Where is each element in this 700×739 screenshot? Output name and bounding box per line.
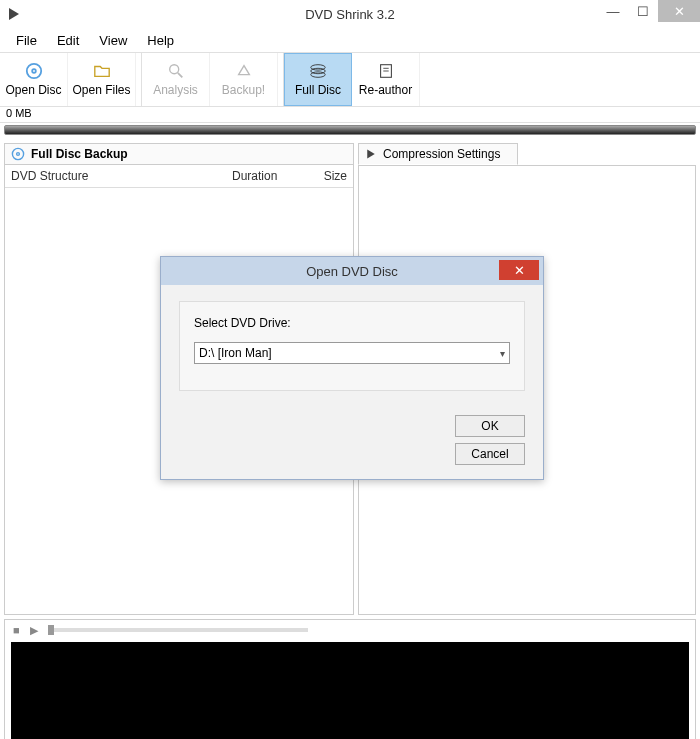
preview-panel: ■ ▶ bbox=[4, 619, 696, 739]
size-label: 0 MB bbox=[6, 107, 32, 119]
svg-point-1 bbox=[32, 69, 36, 73]
close-button[interactable]: ✕ bbox=[658, 0, 700, 22]
open-dvd-dialog: Open DVD Disc ✕ Select DVD Drive: D:\ [I… bbox=[160, 256, 544, 480]
drive-select-value: D:\ [Iron Man] bbox=[199, 346, 272, 360]
drive-select[interactable]: D:\ [Iron Man] ▾ bbox=[194, 342, 510, 364]
size-bar: 0 MB bbox=[0, 107, 700, 123]
full-disc-backup-label: Full Disc Backup bbox=[31, 147, 128, 161]
compress-icon bbox=[365, 148, 377, 160]
col-structure[interactable]: DVD Structure bbox=[11, 169, 232, 183]
menu-help[interactable]: Help bbox=[137, 31, 184, 50]
reauthor-label: Re-author bbox=[359, 83, 412, 97]
ok-button[interactable]: OK bbox=[455, 415, 525, 437]
compression-tab-label: Compression Settings bbox=[383, 147, 500, 161]
preview-controls: ■ ▶ bbox=[5, 620, 695, 640]
playback-slider[interactable] bbox=[48, 628, 308, 632]
minimize-button[interactable]: — bbox=[598, 0, 628, 22]
analysis-button[interactable]: Analysis bbox=[142, 53, 210, 106]
left-panel-header: Full Disc Backup bbox=[4, 143, 354, 165]
disc-icon bbox=[25, 62, 43, 80]
toolbar: Open Disc Open Files Analysis Backup! Fu… bbox=[0, 52, 700, 107]
cancel-button[interactable]: Cancel bbox=[455, 443, 525, 465]
reauthor-icon bbox=[377, 62, 395, 80]
dialog-body: Select DVD Drive: D:\ [Iron Man] ▾ bbox=[161, 285, 543, 407]
backup-label: Backup! bbox=[222, 83, 265, 97]
menu-file[interactable]: File bbox=[6, 31, 47, 50]
svg-line-3 bbox=[177, 73, 182, 78]
menu-view[interactable]: View bbox=[89, 31, 137, 50]
dialog-close-button[interactable]: ✕ bbox=[499, 260, 539, 280]
svg-point-2 bbox=[169, 65, 178, 74]
svg-point-10 bbox=[12, 148, 23, 159]
dialog-buttons: OK Cancel bbox=[161, 407, 543, 479]
svg-point-6 bbox=[311, 72, 325, 77]
window-controls: — ☐ ✕ bbox=[598, 0, 700, 22]
magnifier-icon bbox=[167, 62, 185, 80]
analysis-label: Analysis bbox=[153, 83, 198, 97]
titlebar: DVD Shrink 3.2 — ☐ ✕ bbox=[0, 0, 700, 28]
svg-point-0 bbox=[26, 64, 40, 78]
open-disc-label: Open Disc bbox=[5, 83, 61, 97]
app-icon bbox=[6, 6, 22, 22]
stop-button[interactable]: ■ bbox=[13, 624, 20, 636]
folder-open-icon bbox=[93, 62, 111, 80]
chevron-down-icon: ▾ bbox=[500, 348, 505, 359]
col-size[interactable]: Size bbox=[302, 169, 347, 183]
dialog-title-text: Open DVD Disc bbox=[306, 264, 398, 279]
full-disc-button[interactable]: Full Disc bbox=[284, 53, 352, 106]
backup-icon bbox=[235, 62, 253, 80]
menu-edit[interactable]: Edit bbox=[47, 31, 89, 50]
window-title: DVD Shrink 3.2 bbox=[0, 7, 700, 22]
backup-button[interactable]: Backup! bbox=[210, 53, 278, 106]
compression-tab[interactable]: Compression Settings bbox=[358, 143, 518, 165]
discs-icon bbox=[309, 62, 327, 80]
drive-select-label: Select DVD Drive: bbox=[194, 316, 510, 330]
open-disc-button[interactable]: Open Disc bbox=[0, 53, 68, 106]
menubar: File Edit View Help bbox=[0, 28, 700, 52]
dialog-titlebar[interactable]: Open DVD Disc ✕ bbox=[161, 257, 543, 285]
size-meter bbox=[4, 125, 696, 135]
drive-select-group: Select DVD Drive: D:\ [Iron Man] ▾ bbox=[179, 301, 525, 391]
open-files-label: Open Files bbox=[72, 83, 130, 97]
svg-point-11 bbox=[17, 153, 20, 156]
full-disc-button-label: Full Disc bbox=[295, 83, 341, 97]
play-button[interactable]: ▶ bbox=[30, 624, 38, 637]
maximize-button[interactable]: ☐ bbox=[628, 0, 658, 22]
col-duration[interactable]: Duration bbox=[232, 169, 302, 183]
preview-screen bbox=[11, 642, 689, 739]
open-files-button[interactable]: Open Files bbox=[68, 53, 136, 106]
disc-icon bbox=[11, 147, 25, 161]
reauthor-button[interactable]: Re-author bbox=[352, 53, 420, 106]
list-column-headers: DVD Structure Duration Size bbox=[5, 165, 353, 188]
